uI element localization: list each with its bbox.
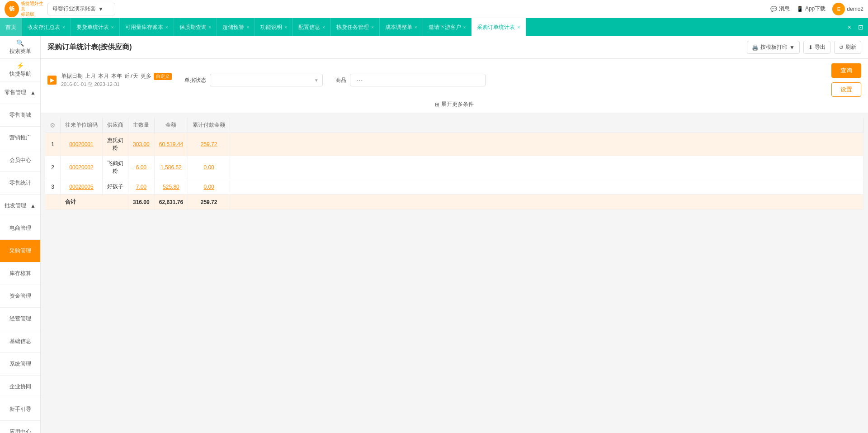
table-body: 1 00020001 惠氏奶粉 303.00 60,519.44 259.72 …	[45, 133, 863, 195]
quicknav-icon: ⚡	[16, 62, 24, 69]
sidebar-item-ecommerce[interactable]: 电商管理	[0, 217, 40, 240]
sidebar-item-wholesale[interactable]: 批发管理 ▲	[0, 195, 40, 217]
sidebar-item-purchase[interactable]: 采购管理	[0, 240, 40, 262]
query-button[interactable]: 查询	[831, 63, 861, 78]
tab-orderstat[interactable]: 要货单统计表 ×	[71, 18, 120, 36]
expand-more-icon: ⊞	[435, 101, 439, 108]
sidebar-item-quicknav[interactable]: ⚡ 快捷导航	[0, 59, 40, 81]
sidebar-item-newguide[interactable]: 新手引导	[0, 398, 40, 421]
sidebar-item-retailstat[interactable]: 零售统计	[0, 172, 40, 195]
workspace-arrow: ▼	[98, 6, 104, 12]
goods-select[interactable]: ···	[350, 74, 486, 86]
tab-stocksummary[interactable]: 收发存汇总表 ×	[22, 18, 71, 36]
tab-picktask[interactable]: 拣货任务管理 ×	[331, 18, 380, 36]
shortcut-prev-month[interactable]: 上月	[85, 72, 96, 80]
row1-num: 1	[45, 133, 61, 156]
row3-supplier: 好孩子	[103, 179, 128, 195]
row1-code[interactable]: 00020001	[61, 133, 103, 156]
template-arrow-icon: ▼	[789, 44, 795, 51]
expand-more-button[interactable]: ⊞ 展开更多条件	[435, 100, 474, 108]
row2-num: 2	[45, 156, 61, 179]
table-row: 1 00020001 惠氏奶粉 303.00 60,519.44 259.72	[45, 133, 863, 156]
tab-close-overstock[interactable]: ×	[246, 25, 249, 30]
tab-overstock[interactable]: 超储预警 ×	[217, 18, 255, 36]
filter-area: ▶ 单据日期 上月 本月 本年 近7天 更多 自定义 2016-01	[41, 59, 868, 113]
workspace-selector[interactable]: 母婴行业演示账套 ▼	[47, 3, 115, 15]
table-header: ⚙ 往来单位编码 供应商 主数量 金额 累计付款金额	[45, 118, 863, 133]
sidebar-item-basic[interactable]: 基础信息	[0, 330, 40, 353]
settings-icon[interactable]: ⚙	[50, 122, 56, 129]
setting-button[interactable]: 设置	[831, 82, 861, 97]
tab-invite[interactable]: 邀请下游客户 ×	[423, 18, 472, 36]
user-avatar: E	[832, 3, 845, 15]
row3-quantity[interactable]: 7.00	[128, 179, 155, 195]
footer-quantity: 316.00	[128, 195, 155, 210]
nav-tabs: 首页 收发存汇总表 × 要货单统计表 × 可用量库存账本 × 保质期查询 × 超…	[0, 18, 868, 36]
col-settings[interactable]: ⚙	[45, 118, 61, 133]
tab-home[interactable]: 首页	[0, 18, 22, 36]
refresh-button[interactable]: ↺ 刷新	[834, 41, 861, 54]
message-button[interactable]: 💬 消息	[770, 5, 790, 13]
tab-expiry[interactable]: 保质期查询 ×	[174, 18, 217, 36]
sidebar-item-retailshop[interactable]: 零售商城	[0, 104, 40, 127]
row3-amount[interactable]: 525.80	[154, 179, 188, 195]
row3-paid[interactable]: 0.00	[188, 179, 230, 195]
row2-quantity[interactable]: 6.00	[128, 156, 155, 179]
sidebar-item-retail[interactable]: 零售管理 ▲	[0, 81, 40, 104]
col-supplier: 供应商	[103, 118, 128, 133]
sidebar-item-operations[interactable]: 经营管理	[0, 308, 40, 330]
nav-close-button[interactable]: ×	[845, 23, 854, 32]
shortcut-more[interactable]: 更多	[141, 72, 151, 80]
shortcut-this-month[interactable]: 本月	[98, 72, 109, 80]
tab-close-purchasestat[interactable]: ×	[517, 25, 520, 30]
sidebar-item-finance[interactable]: 资金管理	[0, 285, 40, 308]
sidebar-item-inventory[interactable]: 库存核算	[0, 262, 40, 285]
app-download-button[interactable]: 📱 App下载	[797, 5, 826, 13]
template-print-button[interactable]: 🖨️ 按模板打印 ▼	[747, 41, 800, 54]
tab-purchasestat[interactable]: 采购订单统计表 ×	[472, 18, 526, 36]
tab-config[interactable]: 配置信息 ×	[293, 18, 331, 36]
shortcut-this-year[interactable]: 本年	[111, 72, 122, 80]
col-paid: 累计付款金额	[188, 118, 230, 133]
tab-close-config[interactable]: ×	[322, 25, 325, 30]
status-select[interactable]: ▼	[210, 74, 323, 86]
row1-amount[interactable]: 60,519.44	[154, 133, 188, 156]
sidebar-item-collab[interactable]: 企业协同	[0, 376, 40, 398]
tab-stockbook[interactable]: 可用量库存账本 ×	[120, 18, 174, 36]
sidebar-item-search[interactable]: 🔍 搜索英单	[0, 36, 40, 59]
footer-amount: 62,631.76	[154, 195, 188, 210]
tab-close-expiry[interactable]: ×	[209, 25, 212, 30]
row1-paid[interactable]: 259.72	[188, 133, 230, 156]
sidebar-item-appcenter[interactable]: 应用中心	[0, 421, 40, 433]
shortcut-7days[interactable]: 近7天	[124, 72, 138, 80]
nav-expand-button[interactable]: ⊡	[856, 23, 866, 32]
sidebar-item-system[interactable]: 系统管理	[0, 353, 40, 376]
sidebar-item-members[interactable]: 会员中心	[0, 149, 40, 172]
nav-right-controls: × ⊡	[843, 23, 868, 32]
tab-close-stockbook[interactable]: ×	[165, 25, 168, 30]
export-button[interactable]: ⬇ 导出	[803, 41, 830, 54]
table-container: ⚙ 往来单位编码 供应商 主数量 金额 累计付款金额 1 00020001 惠氏	[41, 113, 868, 433]
filter-toggle-arrow[interactable]: ▶	[47, 76, 57, 85]
tab-close-stocksummary[interactable]: ×	[62, 25, 65, 30]
row2-code[interactable]: 00020002	[61, 156, 103, 179]
row2-amount[interactable]: 1,586.52	[154, 156, 188, 179]
user-menu[interactable]: E demo2	[832, 3, 863, 15]
goods-more-icon[interactable]: ···	[354, 76, 365, 85]
wholesale-arrow-icon: ▲	[30, 203, 36, 209]
tab-close-invite[interactable]: ×	[463, 25, 466, 30]
tab-close-funchelp[interactable]: ×	[284, 25, 287, 30]
tab-funchelp[interactable]: 功能说明 ×	[255, 18, 293, 36]
sidebar-item-marketing[interactable]: 营销推广	[0, 127, 40, 149]
tab-close-orderstat[interactable]: ×	[111, 25, 114, 30]
tab-close-picktask[interactable]: ×	[371, 25, 374, 30]
page-title: 采购订单统计表(按供应商)	[47, 43, 132, 52]
tab-costadj[interactable]: 成本调整单 ×	[380, 18, 423, 36]
col-extra	[230, 118, 863, 133]
app-logo-icon: 畅	[5, 1, 19, 17]
footer-empty	[45, 195, 61, 210]
tab-close-costadj[interactable]: ×	[415, 25, 417, 30]
row2-paid[interactable]: 0.00	[188, 156, 230, 179]
row3-code[interactable]: 00020005	[61, 179, 103, 195]
row1-quantity[interactable]: 303.00	[128, 133, 155, 156]
